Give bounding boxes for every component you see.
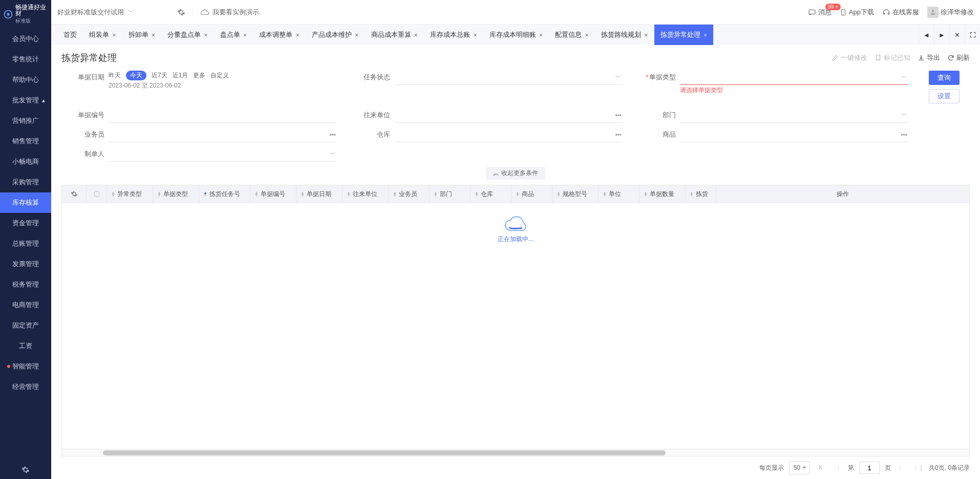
user-menu[interactable]: 徐泽华修改 — [927, 7, 974, 18]
fullscreen-button[interactable] — [965, 25, 980, 45]
sidebar-item-8[interactable]: 库存核算 — [0, 192, 51, 213]
sidebar-item-9[interactable]: 资金管理 — [0, 213, 51, 233]
close-icon[interactable]: × — [204, 31, 208, 39]
tab-7[interactable]: 商品成本重算× — [365, 25, 424, 45]
tab-8[interactable]: 库存成本总账× — [424, 25, 483, 45]
column-header[interactable]: ▲▼业务员 — [389, 185, 430, 203]
tab-11[interactable]: 拣货路线规划× — [595, 25, 654, 45]
date-preset-option[interactable]: 近1月 — [173, 71, 188, 80]
sidebar-item-16[interactable]: 智能管理 — [0, 356, 51, 377]
column-header[interactable]: ▲▼部门 — [430, 185, 471, 203]
messages-button[interactable]: 消息 99 + — [808, 8, 832, 17]
tab-10[interactable]: 配置信息× — [549, 25, 595, 45]
column-header[interactable]: ▲▼商品 — [512, 185, 552, 203]
product-lookup[interactable]: ••• — [680, 128, 908, 142]
demo-link[interactable]: 我要看实例演示 — [200, 8, 259, 17]
sidebar-item-6[interactable]: 小畅电商 — [0, 151, 51, 172]
doc-no-input[interactable] — [109, 108, 337, 123]
column-header[interactable]: ▲▼规格型号 — [552, 185, 599, 203]
task-status-select[interactable]: ﹀ — [394, 71, 623, 85]
app-selector[interactable]: 好业财标准版交付试用 ﹀ — [57, 8, 170, 17]
tab-3[interactable]: 分量盘点单× — [161, 25, 214, 45]
query-button[interactable]: 查询 — [929, 71, 960, 85]
first-page-button[interactable]: K — [815, 462, 826, 473]
tab-4[interactable]: 盘点单× — [214, 25, 253, 45]
close-icon[interactable]: × — [585, 31, 589, 39]
sidebar-item-17[interactable]: 经营管理 — [0, 377, 51, 397]
column-settings-button[interactable] — [62, 185, 87, 203]
column-header[interactable]: ▲▼单据日期 — [296, 185, 343, 203]
salesman-lookup[interactable]: ••• — [109, 128, 337, 142]
close-icon[interactable]: × — [644, 31, 648, 39]
close-icon[interactable]: × — [355, 31, 359, 39]
close-icon[interactable]: × — [243, 31, 247, 39]
column-header[interactable]: ▲▼异常类型 — [107, 185, 153, 203]
tabs-prev-button[interactable]: ◄ — [919, 25, 934, 45]
partner-lookup[interactable]: ••• — [394, 108, 623, 123]
column-header[interactable]: ▲▼单据编号 — [250, 185, 296, 203]
sidebar-item-11[interactable]: 发票管理 — [0, 254, 51, 274]
sidebar-item-7[interactable]: 采购管理 — [0, 172, 51, 192]
column-header[interactable]: ▲▼单位 — [599, 185, 640, 203]
column-header[interactable]: ▲▼仓库 — [471, 185, 512, 203]
column-header[interactable]: ▲▼单据类型 — [153, 185, 199, 203]
date-preset-option[interactable]: 更多 — [193, 71, 205, 80]
sidebar-settings-button[interactable] — [0, 461, 51, 479]
date-preset-option[interactable]: 昨天 — [109, 71, 121, 80]
sidebar-item-15[interactable]: 工资 — [0, 336, 51, 356]
tab-9[interactable]: 库存成本明细账× — [483, 25, 549, 45]
tabs-next-button[interactable]: ► — [934, 25, 949, 45]
sidebar-item-5[interactable]: 销售管理 — [0, 131, 51, 151]
support-button[interactable]: 在线客服 — [882, 8, 919, 17]
close-icon[interactable]: × — [414, 31, 418, 39]
sidebar-item-13[interactable]: 电商管理 — [0, 295, 51, 315]
mark-known-button[interactable]: 标记已知 — [875, 53, 910, 62]
close-icon[interactable]: × — [152, 31, 156, 39]
topbar-gear-button[interactable] — [177, 8, 185, 16]
last-page-button[interactable]: 〉| — [912, 462, 924, 473]
close-icon[interactable]: × — [112, 31, 116, 39]
close-icon[interactable]: × — [539, 31, 543, 39]
date-preset-option[interactable]: 近7天 — [152, 71, 167, 80]
tab-5[interactable]: 成本调整单× — [253, 25, 306, 45]
column-header[interactable]: ▲▼拣货任务号 — [199, 185, 250, 203]
per-page-select[interactable]: 50 — [789, 461, 810, 474]
sidebar-item-12[interactable]: 税务管理 — [0, 274, 51, 295]
column-header[interactable]: ▲▼往来单位 — [343, 185, 389, 203]
sidebar-item-3[interactable]: 批发管理▲ — [0, 90, 51, 111]
sidebar-item-10[interactable]: 总账管理 — [0, 233, 51, 254]
date-preset-option[interactable]: 今天 — [126, 71, 146, 80]
tab-0[interactable]: 首页 — [57, 25, 83, 45]
prev-page-button[interactable]: 〈 — [832, 462, 843, 473]
refresh-button[interactable]: 刷新 — [947, 53, 970, 62]
creator-select[interactable]: ﹀ — [109, 147, 337, 162]
sidebar-item-0[interactable]: 会员中心 — [0, 29, 51, 49]
sidebar-item-14[interactable]: 固定资产 — [0, 315, 51, 336]
close-icon[interactable]: × — [704, 31, 708, 39]
horizontal-scrollbar[interactable] — [61, 449, 970, 456]
next-page-button[interactable]: 〉 — [896, 462, 907, 473]
date-preset-option[interactable]: 自定义 — [210, 71, 229, 80]
column-header[interactable]: 操作 — [716, 185, 969, 203]
column-header[interactable]: ▲▼拣货 — [686, 185, 716, 203]
sidebar-item-4[interactable]: 营销推广 — [0, 111, 51, 131]
sidebar-item-1[interactable]: 零售统计 — [0, 49, 51, 70]
select-all-checkbox[interactable] — [87, 185, 107, 203]
tab-12[interactable]: 拣货异常处理× — [654, 25, 714, 45]
close-icon[interactable]: × — [295, 31, 300, 39]
sidebar-item-2[interactable]: 帮助中心 — [0, 70, 51, 90]
tab-1[interactable]: 组装单× — [83, 25, 122, 45]
warehouse-lookup[interactable]: ••• — [394, 128, 623, 142]
tab-2[interactable]: 拆卸单× — [122, 25, 162, 45]
export-button[interactable]: 导出 — [918, 53, 940, 62]
settings-button[interactable]: 设置 — [929, 89, 960, 103]
tab-6[interactable]: 产品成本维护× — [306, 25, 365, 45]
page-input[interactable] — [859, 462, 880, 474]
scrollbar-thumb[interactable] — [103, 450, 666, 455]
app-download-button[interactable]: App下载 — [840, 8, 874, 17]
dept-select[interactable]: ﹀ — [680, 108, 908, 123]
batch-edit-button[interactable]: 一键修改 — [832, 53, 867, 62]
tabs-close-all-button[interactable]: ✕ — [949, 25, 965, 45]
column-header[interactable]: ▲▼单据数量 — [640, 185, 686, 203]
doc-type-select[interactable]: ﹀ — [680, 71, 908, 85]
